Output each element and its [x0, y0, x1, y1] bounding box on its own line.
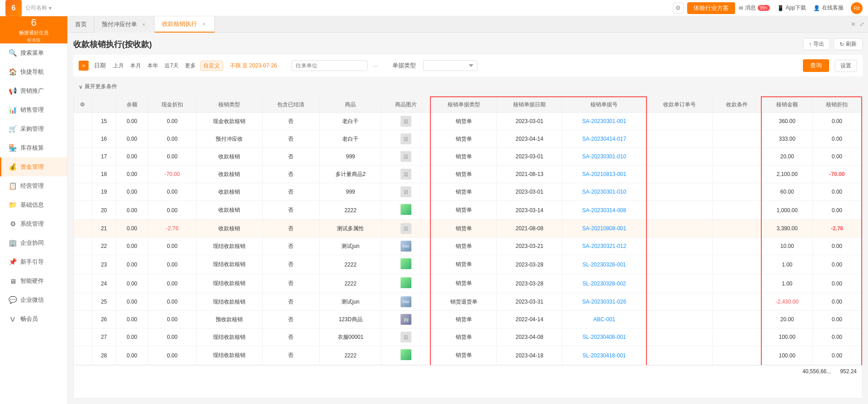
filter-settings-button[interactable]: 设置	[835, 60, 857, 72]
date-opt-7days[interactable]: 近7天	[163, 61, 180, 71]
counterparty-input[interactable]	[292, 60, 368, 71]
app-download-btn[interactable]: 📱 App下载	[777, 4, 806, 12]
sidebar-item-operations[interactable]: 📋 经营管理	[0, 176, 67, 195]
cell-included-settled: 否	[262, 274, 320, 293]
column-settings-icon[interactable]: ⚙	[80, 101, 85, 108]
date-opt-more[interactable]: 更多	[183, 61, 198, 71]
sidebar-item-inventory[interactable]: 🏪 库存核算	[0, 138, 67, 157]
cell-receipt-condition	[712, 220, 762, 238]
home-icon: 🏠	[9, 68, 17, 76]
cell-included-settled: 否	[262, 201, 320, 220]
trial-button[interactable]: 体验行业方案	[687, 2, 735, 14]
sidebar-item-search[interactable]: 🔍 搜索菜单	[0, 43, 67, 62]
dropdown-icon: ▾	[49, 5, 52, 11]
sidebar-item-enterprise[interactable]: 🏢 企业协同	[0, 233, 67, 252]
sidebar: 6 畅捷通好生意 标准版 🔍 搜索菜单 🏠 快捷导航 📢 营销推广 📊 销售管理…	[0, 16, 68, 404]
refresh-button[interactable]: ↻ 刷新	[834, 38, 863, 50]
tab-prepay[interactable]: 预付冲应付单 ×	[94, 16, 155, 33]
online-service-btn[interactable]: 👤 在线客服	[813, 4, 844, 12]
message-icon: ✉	[739, 5, 743, 11]
cell-included-settled: 否	[262, 148, 320, 166]
page-actions: ↑ 导出 ↻ 刷新	[803, 38, 863, 50]
date-opt-last-month[interactable]: 上月	[111, 61, 126, 71]
cell-bill-no[interactable]: ABC-001	[562, 311, 646, 328]
export-button[interactable]: ↑ 导出	[803, 38, 830, 50]
cell-goods-img: 🏢	[382, 311, 431, 328]
sidebar-item-sales[interactable]: 📊 销售管理	[0, 100, 67, 119]
basic-icon: 📁	[9, 201, 17, 209]
cell-write-off-discount: 0.00	[812, 148, 862, 166]
tab-prepay-close[interactable]: ×	[141, 21, 147, 28]
table-row: 22 0.00 0.00 现结收款核销 否 测试jun foto 销货单 202…	[74, 238, 862, 255]
cell-bill-no[interactable]: SA-20230301-001	[562, 113, 646, 130]
user-name: Rit	[854, 5, 859, 11]
tab-close-all-icon[interactable]: ✕	[851, 21, 856, 28]
col-receipt-order-no: 收款单订单号	[646, 97, 712, 113]
cell-bill-no[interactable]: SA-20230321-012	[562, 238, 646, 255]
expand-more-bar[interactable]: ∨ 展开更多条件	[73, 81, 863, 92]
table-row: 16 0.00 0.00 预付冲应收 否 老白干 🖼 销货单 2023-04-1…	[74, 130, 862, 148]
counterparty-search-icon[interactable]: ···	[373, 62, 378, 69]
sidebar-item-hardware[interactable]: 🖥 智能硬件	[0, 271, 67, 290]
enterprise-icon: 🏢	[9, 239, 17, 247]
tab-receipt[interactable]: 收款核销执行 ×	[155, 16, 215, 33]
date-opt-this-month[interactable]: 本月	[128, 61, 143, 71]
sidebar-item-purchase[interactable]: 🛒 采购管理	[0, 119, 67, 138]
cell-goods: 测试多属性	[320, 220, 382, 238]
cell-write-off-type: 收款核销	[197, 220, 262, 238]
cell-included-settled: 否	[262, 311, 320, 328]
date-opt-this-year[interactable]: 本年	[146, 61, 160, 71]
sidebar-item-shortcut[interactable]: 🏠 快捷导航	[0, 62, 67, 81]
cell-receipt-condition	[712, 166, 762, 183]
sidebar-item-wechat[interactable]: 💬 企业微信	[0, 290, 67, 309]
page-header: 收款核销执行(按收款) ↑ 导出 ↻ 刷新	[73, 38, 863, 50]
tab-expand-icon[interactable]: ⤢	[859, 21, 864, 28]
cell-bill-no[interactable]: SA-20230301-010	[562, 183, 646, 201]
sidebar-item-finance[interactable]: 💰 资金管理	[0, 157, 67, 176]
cell-bill-no[interactable]: SL-20230408-001	[562, 328, 646, 346]
cell-settings	[74, 113, 92, 130]
export-icon: ↑	[809, 41, 811, 48]
finance-icon: 💰	[9, 163, 17, 171]
cell-receipt-condition	[712, 238, 762, 255]
cell-write-off-amount: 60.00	[761, 183, 812, 201]
cell-write-off-amount: -2,430.00	[761, 293, 812, 311]
cell-balance: 0.00	[116, 220, 148, 238]
sidebar-item-member[interactable]: V 畅会员	[0, 309, 67, 328]
cell-balance: 0.00	[116, 201, 148, 220]
cell-bill-no[interactable]: SL-20230328-001	[562, 255, 646, 274]
date-opt-custom[interactable]: 自定义	[200, 61, 223, 71]
cell-balance: 0.00	[116, 130, 148, 148]
cell-bill-no[interactable]: SL-20230418-001	[562, 346, 646, 365]
cell-bill-no[interactable]: SA-20230301-010	[562, 148, 646, 166]
cell-bill-no[interactable]: SA-20230414-017	[562, 130, 646, 148]
cell-bill-no[interactable]: SA-20230314-008	[562, 201, 646, 220]
sidebar-item-system[interactable]: ⚙ 系统管理	[0, 214, 67, 233]
cell-bill-no[interactable]: SL-20230328-002	[562, 274, 646, 293]
sidebar-item-guide[interactable]: 📌 新手引导	[0, 252, 67, 271]
tab-receipt-close[interactable]: ×	[201, 21, 207, 27]
cell-write-off-amount: 10.00	[761, 238, 812, 255]
bill-type-select[interactable]	[423, 60, 477, 71]
date-range: 不限 至 2023-07-26	[230, 62, 277, 69]
user-avatar[interactable]: Rit	[851, 2, 863, 14]
sidebar-item-basic[interactable]: 📁 基础信息	[0, 195, 67, 214]
col-settings[interactable]: ⚙	[74, 97, 92, 113]
message-btn[interactable]: ✉ 消息 99+	[739, 4, 770, 12]
hardware-icon: 🖥	[9, 277, 17, 285]
cell-bill-no[interactable]: SA-20210808-001	[562, 220, 646, 238]
settings-icon[interactable]: ⚙	[673, 3, 684, 14]
cell-bill-no[interactable]: SA-20210813-001	[562, 166, 646, 183]
tab-home[interactable]: 首页	[68, 16, 94, 33]
cell-bill-type: 销货单	[430, 201, 496, 220]
company-selector[interactable]: 公司名称 ▾	[25, 4, 669, 12]
query-button[interactable]: 查询	[803, 59, 829, 72]
sidebar-item-marketing[interactable]: 📢 营销推广	[0, 81, 67, 100]
cell-receipt-order-no	[646, 148, 712, 166]
cell-cash-discount: 0.00	[148, 311, 197, 328]
filter-expand-button[interactable]: »	[79, 61, 89, 71]
cell-balance: 0.00	[116, 148, 148, 166]
cell-receipt-order-no	[646, 130, 712, 148]
cell-bill-no[interactable]: SA-20230331-026	[562, 293, 646, 311]
cell-goods-img: 🖼	[382, 183, 431, 201]
